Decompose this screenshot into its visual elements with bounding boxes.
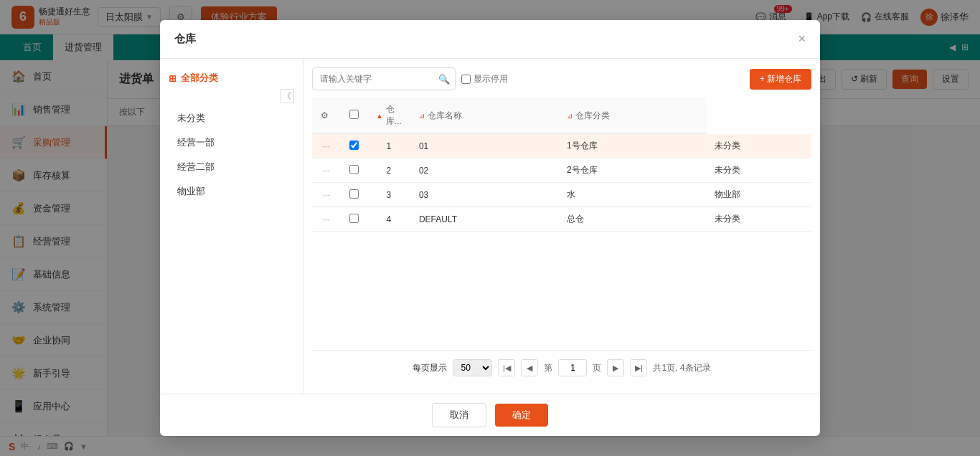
row-checkbox[interactable] xyxy=(349,189,359,199)
search-input[interactable] xyxy=(312,67,456,90)
row-gear: ··· xyxy=(312,134,341,158)
sort-icon-name: ⊿ xyxy=(419,112,425,120)
grid-icon: ⊞ xyxy=(169,73,176,84)
row-name: 水 xyxy=(558,183,706,207)
page-label-text: 第 xyxy=(544,362,552,374)
category-item-dept1[interactable]: 经营一部 xyxy=(160,130,303,155)
row-checkbox[interactable] xyxy=(349,165,359,174)
col-header-checkbox xyxy=(341,98,367,134)
row-checkbox-cell xyxy=(341,207,367,232)
table-row[interactable]: ··· 4 DEFAULT 总仓 未分类 xyxy=(312,207,811,232)
row-num: 1 xyxy=(367,134,410,158)
row-num: 2 xyxy=(367,158,410,183)
pagination: 每页显示 50 100 200 |◀ ◀ 第 页 ▶ ▶| 共1页, 4条记录 xyxy=(312,350,811,385)
table-row[interactable]: ··· 1 01 1号仓库 未分类 xyxy=(312,134,811,158)
page-number-input[interactable] xyxy=(558,359,587,376)
row-checkbox-cell xyxy=(341,158,367,183)
row-name: 总仓 xyxy=(558,207,706,232)
row-category: 未分类 xyxy=(706,134,811,158)
search-wrap: 🔍 显示停用 xyxy=(312,67,508,90)
category-item-dept2[interactable]: 经营二部 xyxy=(160,155,303,179)
add-warehouse-button[interactable]: + 新增仓库 xyxy=(750,69,811,90)
row-code: 03 xyxy=(410,183,558,207)
dots-icon[interactable]: ··· xyxy=(323,214,330,224)
row-code: 02 xyxy=(410,158,558,183)
row-checkbox[interactable] xyxy=(349,141,359,150)
category-panel: ⊞ 全部分类 《 未分类 经营一部 经营二部 物业部 xyxy=(160,59,303,394)
row-code: 01 xyxy=(410,134,558,158)
category-all[interactable]: ⊞ 全部分类 xyxy=(160,67,303,89)
dialog-body: ⊞ 全部分类 《 未分类 经营一部 经营二部 物业部 xyxy=(160,59,820,394)
last-page-button[interactable]: ▶| xyxy=(630,359,647,376)
table-row[interactable]: ··· 2 02 2号仓库 未分类 xyxy=(312,158,811,183)
row-name: 1号仓库 xyxy=(558,134,706,158)
warehouse-dialog: 仓库 × ⊞ 全部分类 《 未分类 经营一部 经营二部 物业部 xyxy=(160,20,820,436)
page-unit: 页 xyxy=(593,362,601,374)
row-code: DEFAULT xyxy=(410,207,558,232)
table-row[interactable]: ··· 3 03 水 物业部 xyxy=(312,183,811,207)
total-label: 共1页, 4条记录 xyxy=(653,362,710,374)
row-category: 未分类 xyxy=(706,207,811,232)
row-gear: ··· xyxy=(312,183,341,207)
category-item-unclassified[interactable]: 未分类 xyxy=(160,106,303,130)
col-header-category: ⊿ 仓库分类 xyxy=(558,98,706,134)
dots-icon[interactable]: ··· xyxy=(323,141,330,151)
row-gear: ··· xyxy=(312,207,341,232)
table-panel: 🔍 显示停用 + 新增仓库 ⚙ xyxy=(303,59,820,394)
row-category: 未分类 xyxy=(706,158,811,183)
row-num: 4 xyxy=(367,207,410,232)
row-category: 物业部 xyxy=(706,183,811,207)
row-num: 3 xyxy=(367,183,410,207)
dots-icon[interactable]: ··· xyxy=(323,166,330,176)
select-all-checkbox[interactable] xyxy=(349,110,359,119)
search-icon[interactable]: 🔍 xyxy=(438,74,450,85)
dialog-footer: 取消 确定 xyxy=(160,394,820,436)
next-page-button[interactable]: ▶ xyxy=(607,359,624,376)
sort-icon: ▲ xyxy=(376,112,383,120)
collapse-category-button[interactable]: 《 xyxy=(280,89,294,103)
prev-page-button[interactable]: ◀ xyxy=(521,359,538,376)
dialog-header: 仓库 × xyxy=(160,20,820,59)
row-gear: ··· xyxy=(312,158,341,183)
dialog-title: 仓库 xyxy=(174,32,196,46)
col-header-name: ⊿ 仓库名称 xyxy=(410,98,558,134)
search-input-wrap: 🔍 xyxy=(312,67,456,90)
confirm-button[interactable]: 确定 xyxy=(495,404,548,427)
row-checkbox[interactable] xyxy=(349,214,359,223)
category-item-property[interactable]: 物业部 xyxy=(160,179,303,204)
first-page-button[interactable]: |◀ xyxy=(498,359,515,376)
close-button[interactable]: × xyxy=(798,32,806,47)
row-checkbox-cell xyxy=(341,134,367,158)
show-disabled-toggle[interactable] xyxy=(461,75,471,84)
col-header-gear: ⚙ xyxy=(312,98,341,134)
row-name: 2号仓库 xyxy=(558,158,706,183)
sort-icon-cat: ⊿ xyxy=(567,112,573,120)
col-header-code[interactable]: ▲ 仓库... xyxy=(367,98,410,134)
per-page-select[interactable]: 50 100 200 xyxy=(453,359,492,376)
row-checkbox-cell xyxy=(341,183,367,207)
show-disabled-checkbox[interactable]: 显示停用 xyxy=(461,73,508,85)
dots-icon[interactable]: ··· xyxy=(323,190,330,200)
per-page-label: 每页显示 xyxy=(413,362,447,374)
cancel-button[interactable]: 取消 xyxy=(432,403,486,427)
table-toolbar: 🔍 显示停用 + 新增仓库 xyxy=(312,67,811,90)
warehouse-table: ⚙ ▲ 仓库... ⊿ xyxy=(312,98,811,232)
